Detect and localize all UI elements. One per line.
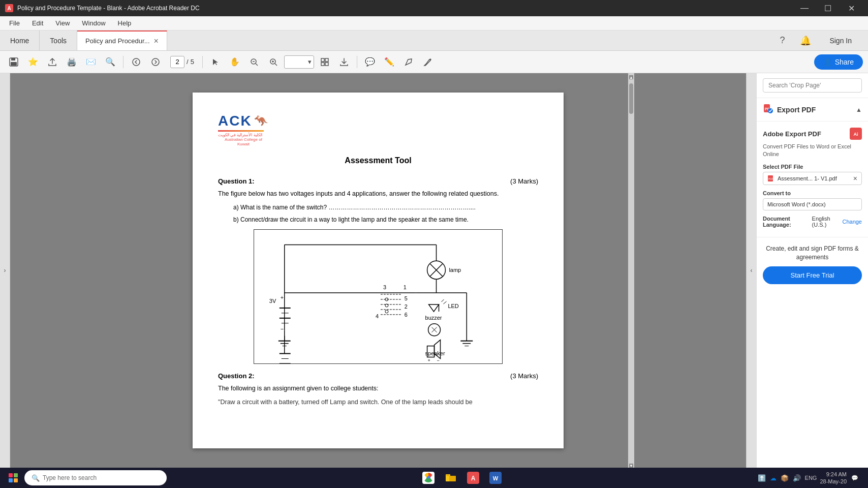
tab-document[interactable]: Policy and Procedur... × [77,30,167,50]
zoom-control[interactable]: 75% ▾ [284,55,314,69]
scroll-up-arrow[interactable]: ▲ [629,75,633,79]
print-button[interactable]: 🖨️ [63,53,80,71]
zoom-dropdown-icon[interactable]: ▾ [308,58,312,66]
doc-lang-change-link[interactable]: Change [842,219,862,225]
prev-page-button[interactable] [128,53,145,71]
q2-marks: (3 Marks) [510,372,538,380]
minimize-button[interactable]: — [793,0,816,16]
q2-sub: "Draw a circuit with a battery, turned o… [218,398,538,407]
kangaroo-icon: 🦘 [254,114,268,128]
file-remove-button[interactable]: × [853,174,857,182]
tab-home[interactable]: Home [0,30,40,50]
adobe-export-desc: Convert PDF Files to Word or Excel Onlin… [763,143,862,159]
separator-2 [202,56,203,68]
hand-tool[interactable]: ✋ [226,53,243,71]
left-panel-toggle[interactable]: › [0,73,10,468]
file-name: Assessment... 1- V1.pdf [778,175,837,181]
ack-text: ACK [218,113,252,129]
taskbar-word[interactable]: W [485,469,506,487]
ink-button[interactable] [400,53,417,71]
ack-english: Australian College of Kuwait [218,137,269,146]
volume-icon: 🔊 [793,474,801,482]
svg-text:+: + [428,358,430,363]
help-icon[interactable]: ? [774,33,790,48]
start-button[interactable] [4,469,22,487]
pdf-scrollbar[interactable]: ▲ ▼ [628,73,634,468]
svg-rect-12 [325,63,328,66]
window-controls: — ☐ ✕ [793,0,863,16]
logo-bar [218,130,264,132]
files-icon [445,472,457,484]
search-button[interactable]: 🔍 [102,53,119,71]
notifications-button[interactable]: 💬 [850,470,860,485]
page-number-input[interactable]: 2 [170,56,184,68]
menu-window[interactable]: Window [77,17,110,29]
q1-marks: (3 Marks) [510,177,538,185]
export-pdf-header[interactable]: PDF Export PDF ▲ [757,98,868,121]
zoom-in-button[interactable] [265,53,282,71]
email-button[interactable]: ✉️ [82,53,100,71]
taskbar-acrobat[interactable]: A [463,469,483,487]
acrobat-icon: A [467,472,479,484]
share-button[interactable]: 👤 Share [814,54,863,70]
bookmark-button[interactable]: ⭐ [24,53,42,71]
right-panel-toggle[interactable]: ‹ [746,73,756,468]
notifications-icon[interactable]: 🔔 [798,33,813,48]
page-total: 5 [191,58,194,66]
svg-rect-85 [14,473,18,477]
fill-sign-button[interactable] [419,53,437,71]
menu-edit[interactable]: Edit [27,17,48,29]
menu-file[interactable]: File [4,17,25,29]
scroll-thumb[interactable] [629,83,633,114]
pdf-viewer[interactable]: ACK 🦘 الكلية الأسترالية في الكويت Austra… [10,73,746,468]
download-button[interactable] [335,53,353,71]
taskbar-search-icon: 🔍 [32,474,40,482]
svg-rect-87 [14,478,18,482]
q2-section: Question 2: (3 Marks) The following is a… [218,372,538,407]
maximize-button[interactable]: ☐ [816,0,840,16]
comment-button[interactable]: 💬 [361,53,379,71]
start-trial-button[interactable]: Start Free Trial [763,266,862,284]
q2-header: Question 2: (3 Marks) [218,372,538,380]
svg-text:−: − [437,358,440,363]
dropbox-icon: 📦 [781,474,789,482]
zoom-input[interactable]: 75% [287,58,307,66]
file-chip: PDF Assessment... 1- V1.pdf × [763,172,862,185]
close-button[interactable]: ✕ [840,0,863,16]
svg-rect-92 [446,475,450,476]
svg-text:2: 2 [405,303,408,310]
system-icons: ⬆️ ☁ 📦 🔊 ENG [758,474,817,482]
taskbar-chrome[interactable] [418,469,439,487]
svg-text:PDF: PDF [768,177,773,180]
tab-bar: Home Tools Policy and Procedur... × ? 🔔 … [0,30,868,51]
menu-help[interactable]: Help [113,17,137,29]
fit-page-button[interactable] [316,53,333,71]
current-date: 28-May-20 [820,478,847,485]
adobe-export-icon: Ai [850,128,862,140]
tab-close-button[interactable]: × [154,37,159,46]
highlight-button[interactable]: ✏️ [381,53,398,71]
svg-text:3V: 3V [269,298,276,304]
create-title: Create, edit and sign PDF forms & agreem… [763,245,862,262]
next-page-button[interactable] [147,53,164,71]
taskbar-files[interactable] [441,469,461,487]
menu-view[interactable]: View [50,17,75,29]
select-tool[interactable] [207,53,224,71]
svg-rect-84 [9,473,13,477]
doc-lang-value: English (U.S.) [812,216,841,228]
scroll-down-arrow[interactable]: ▼ [629,464,633,468]
save-button[interactable] [5,53,22,71]
convert-to-select[interactable]: Microsoft Word (*.docx) Microsoft Excel … [763,198,862,210]
app-icon: A [5,4,13,12]
main-layout: › ACK 🦘 الكلية الأسترالية في الكويت Aust… [0,73,868,468]
q2-text: The following is an assignment given to … [218,384,538,393]
tab-tools[interactable]: Tools [40,30,77,50]
create-section: Create, edit and sign PDF forms & agreem… [757,237,868,292]
upload-button[interactable] [44,53,61,71]
svg-rect-4 [11,62,17,66]
svg-text:4: 4 [376,313,379,319]
taskbar-search-text[interactable]: Type here to search [43,474,97,481]
zoom-out-button[interactable] [245,53,263,71]
crop-page-search[interactable] [763,78,862,93]
sign-in-button[interactable]: Sign In [821,34,860,48]
